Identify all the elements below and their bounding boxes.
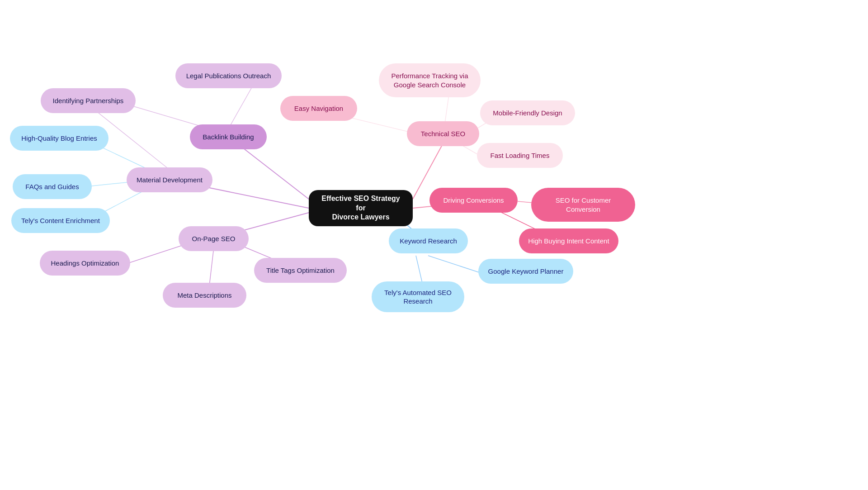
title-tags-node: Title Tags Optimization bbox=[254, 258, 347, 283]
fast-loading-node: Fast Loading Times bbox=[477, 143, 563, 168]
headings-opt-node: Headings Optimization bbox=[40, 251, 130, 276]
easy-navigation-node: Easy Navigation bbox=[280, 96, 357, 121]
high-buying-node: High Buying Intent Content bbox=[519, 228, 618, 253]
tely-content-node: Tely's Content Enrichment bbox=[11, 208, 110, 233]
meta-desc-node: Meta Descriptions bbox=[163, 283, 246, 308]
center-node: Effective SEO Strategy forDivorce Lawyer… bbox=[309, 190, 413, 226]
driving-conversions-node: Driving Conversions bbox=[429, 188, 518, 213]
backlink-building-node: Backlink Building bbox=[190, 124, 267, 149]
high-quality-blog-node: High-Quality Blog Entries bbox=[10, 126, 108, 151]
seo-conversion-node: SEO for Customer Conversion bbox=[531, 188, 635, 222]
legal-pubs-node: Legal Publications Outreach bbox=[175, 63, 282, 88]
google-keyword-node: Google Keyword Planner bbox=[478, 259, 573, 284]
faqs-guides-node: FAQs and Guides bbox=[13, 174, 92, 199]
performance-tracking-node: Performance Tracking viaGoogle Search Co… bbox=[379, 63, 481, 97]
keyword-research-node: Keyword Research bbox=[389, 228, 468, 253]
technical-seo-node: Technical SEO bbox=[407, 121, 479, 146]
svg-line-21 bbox=[428, 256, 486, 275]
mobile-friendly-node: Mobile-Friendly Design bbox=[480, 100, 575, 125]
on-page-seo-node: On-Page SEO bbox=[179, 226, 249, 251]
tely-seo-node: Tely's Automated SEOResearch bbox=[372, 281, 464, 312]
material-development-node: Material Development bbox=[127, 167, 212, 192]
identifying-partnerships-node: Identifying Partnerships bbox=[41, 88, 136, 113]
